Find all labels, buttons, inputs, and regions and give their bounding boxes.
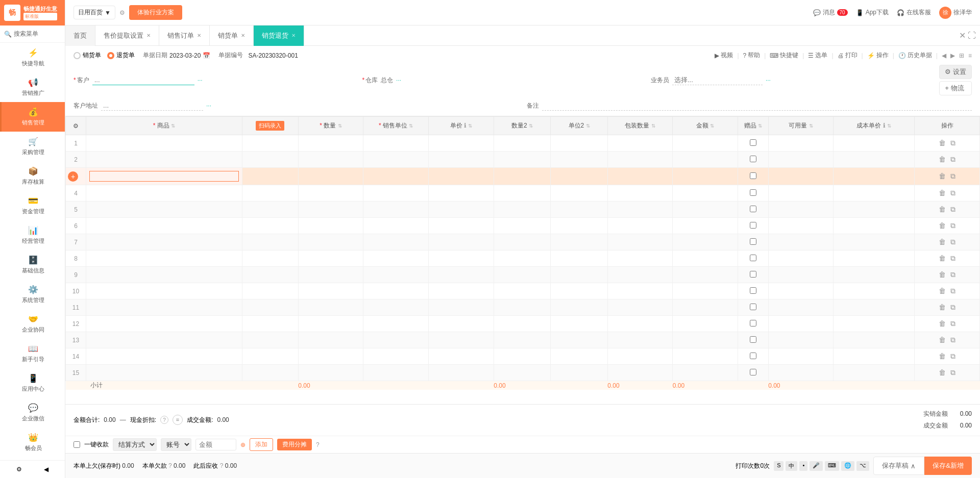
gift-checkbox[interactable] xyxy=(750,139,756,146)
salesperson-input[interactable] xyxy=(672,75,763,85)
gift-checkbox[interactable] xyxy=(750,189,756,196)
toolbar-operate[interactable]: ⚡ 操作 xyxy=(867,51,889,60)
toolbar-print[interactable]: 🖨 打印 xyxy=(838,51,857,60)
ime-btn[interactable]: S xyxy=(774,461,783,471)
calc-method-select[interactable]: 结算方式 xyxy=(113,438,157,451)
tab-home[interactable]: 首页 xyxy=(65,26,95,46)
sales-unit-cell[interactable] xyxy=(363,135,429,152)
sidebar-item-shortcut[interactable]: ⚡ 快捷导航 xyxy=(0,43,65,72)
tab-close-icon[interactable]: ✕ xyxy=(197,33,201,38)
sidebar-item-enterprise[interactable]: 🤝 企业协同 xyxy=(0,309,65,339)
delete-row-btn[interactable]: 🗑 xyxy=(937,238,947,246)
user-profile[interactable]: 徐 徐泽华 xyxy=(939,7,972,19)
delete-row-btn[interactable]: 🗑 xyxy=(937,368,947,376)
delete-row-btn[interactable]: 🗑 xyxy=(937,270,947,279)
close-tab-icon[interactable]: ✕ xyxy=(959,31,966,40)
toolbar-history[interactable]: 🕐 历史单据 xyxy=(898,51,932,60)
ime-btn[interactable]: 中 xyxy=(786,461,797,471)
delete-row-btn[interactable]: 🗑 xyxy=(937,155,947,163)
table-settings-icon[interactable]: ⚙ xyxy=(73,122,79,130)
toolbar-shortcut[interactable]: ⌨ 快捷键 xyxy=(770,51,798,60)
one-click-payment-checkbox[interactable] xyxy=(74,441,80,448)
copy-row-btn[interactable]: ⧉ xyxy=(949,319,957,328)
sidebar-item-wechat[interactable]: 💬 企业微信 xyxy=(0,398,65,427)
warehouse-more-icon[interactable]: ··· xyxy=(396,77,401,84)
ime-btn[interactable]: • xyxy=(799,461,807,471)
copy-row-btn[interactable]: ⧉ xyxy=(949,205,957,214)
gift-checkbox[interactable] xyxy=(750,304,756,310)
gift-checkbox[interactable] xyxy=(750,369,756,375)
sidebar-item-member[interactable]: 👑 畅会员 xyxy=(0,427,65,457)
tab-close-icon[interactable]: ✕ xyxy=(291,33,296,38)
sidebar-item-finance[interactable]: 💳 资金管理 xyxy=(0,191,65,220)
tab-close-icon[interactable]: ✕ xyxy=(146,33,151,38)
collapse-icon[interactable]: ◀ xyxy=(44,466,48,473)
settings-bottom-icon[interactable]: ⚙ xyxy=(16,466,22,473)
ime-btn[interactable]: ⌨ xyxy=(825,461,839,471)
gift-checkbox[interactable] xyxy=(750,206,756,212)
delete-row-btn[interactable]: 🗑 xyxy=(937,172,947,180)
sidebar-item-system[interactable]: ⚙️ 系统管理 xyxy=(0,280,65,309)
radio-return[interactable]: 退货单 xyxy=(107,51,135,60)
calendar-icon[interactable]: 📅 xyxy=(203,52,210,59)
setting-btn[interactable]: ⚙ 设置 xyxy=(939,65,972,79)
goods-input[interactable] xyxy=(89,171,239,182)
gift-checkbox[interactable] xyxy=(750,320,756,326)
col-settings[interactable]: ⚙ xyxy=(66,117,86,135)
fee-split-btn[interactable]: 费用分摊 xyxy=(277,439,312,450)
price-cell[interactable] xyxy=(429,135,494,152)
sidebar-item-basic[interactable]: 🗄️ 基础信息 xyxy=(0,250,65,280)
address-more-icon[interactable]: ··· xyxy=(206,102,211,109)
toolbar-help[interactable]: ? 帮助 xyxy=(743,51,761,60)
delete-row-btn[interactable]: 🗑 xyxy=(937,352,947,360)
next-record-icon[interactable]: ▶ xyxy=(950,52,955,59)
copy-row-btn[interactable]: ⧉ xyxy=(949,270,957,279)
sidebar-item-purchase[interactable]: 🛒 采购管理 xyxy=(0,132,65,161)
quantity-cell[interactable] xyxy=(298,135,363,152)
grid-view-icon[interactable]: ⊞ xyxy=(959,52,964,59)
delete-row-btn[interactable]: 🗑 xyxy=(937,189,947,197)
tab-close-icon[interactable]: ✕ xyxy=(241,33,245,38)
delete-row-btn[interactable]: 🗑 xyxy=(937,303,947,311)
account-select[interactable]: 账号 xyxy=(161,438,191,451)
sidebar-item-newbie[interactable]: 📖 新手引导 xyxy=(0,339,65,368)
tab-sales-return[interactable]: 销货退货 ✕ xyxy=(254,26,304,46)
copy-row-btn[interactable]: ⧉ xyxy=(949,238,957,246)
goods-cell[interactable] xyxy=(86,135,242,152)
gift-checkbox[interactable] xyxy=(750,238,756,245)
ime-btn[interactable]: 🌐 xyxy=(841,461,854,471)
gift-checkbox[interactable] xyxy=(750,156,756,162)
customer-input[interactable] xyxy=(92,75,194,85)
tab-price-setting[interactable]: 售价提取设置 ✕ xyxy=(95,26,159,46)
sidebar-search[interactable]: 🔍 搜索菜单 xyxy=(0,26,65,43)
save-new-btn[interactable]: 保存&新增 xyxy=(924,457,972,475)
copy-row-btn[interactable]: ⧉ xyxy=(949,189,957,197)
expand-icon[interactable]: ⛶ xyxy=(968,31,976,40)
customer-more-icon[interactable]: ··· xyxy=(198,77,203,84)
delete-row-btn[interactable]: 🗑 xyxy=(937,254,947,262)
message-btn[interactable]: 💬 消息 70 xyxy=(813,8,848,17)
copy-row-btn[interactable]: ⧉ xyxy=(949,172,957,181)
remark-input[interactable] xyxy=(542,100,972,111)
delete-row-btn[interactable]: 🗑 xyxy=(937,205,947,213)
settings-header-icon[interactable]: ⚙ xyxy=(119,9,125,16)
amount-cell[interactable] xyxy=(673,135,738,152)
gift-checkbox[interactable] xyxy=(750,255,756,261)
add-row-btn[interactable]: + xyxy=(68,171,78,182)
receivable-info-icon[interactable]: ? xyxy=(220,462,224,469)
toolbar-select[interactable]: ☰ 选单 xyxy=(808,51,827,60)
industry-dropdown[interactable]: 日用百货 ▼ xyxy=(74,6,115,19)
info-circle[interactable]: ? xyxy=(160,416,168,424)
save-draft-btn[interactable]: 保存草稿 ∧ xyxy=(873,457,924,475)
tab-sales-shipment[interactable]: 销货单 ✕ xyxy=(210,26,254,46)
ime-btn[interactable]: ⌥ xyxy=(856,461,869,471)
address-input[interactable] xyxy=(101,100,203,111)
copy-row-btn[interactable]: ⧉ xyxy=(949,368,957,377)
copy-row-btn[interactable]: ⧉ xyxy=(949,221,957,230)
gift-checkbox[interactable] xyxy=(750,222,756,229)
sidebar-item-app[interactable]: 📱 应用中心 xyxy=(0,368,65,398)
prev-record-icon[interactable]: ◀ xyxy=(942,52,946,59)
trial-btn[interactable]: 体验行业方案 xyxy=(129,5,182,20)
gift-checkbox[interactable] xyxy=(750,353,756,359)
app-download-btn[interactable]: 📱 App下载 xyxy=(856,8,889,17)
